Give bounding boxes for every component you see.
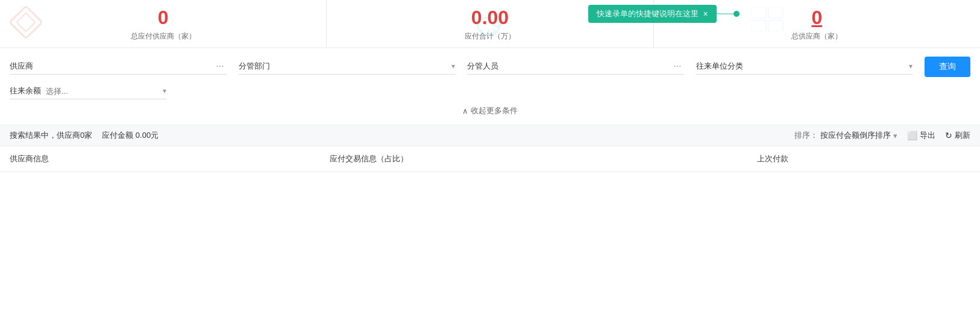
svg-rect-6 <box>768 7 783 18</box>
stat-left-number: 0 <box>158 6 169 29</box>
stats-bar: 0 总应付供应商（家） 0.00 应付合计（万） 快速录单的快捷键说明在这里 × <box>0 0 980 48</box>
tooltip-bubble: 快速录单的快捷键说明在这里 × <box>588 5 717 23</box>
stat-total-payable-suppliers: 0 总应付供应商（家） <box>0 0 327 48</box>
results-amount: 应付金额 0.00元 <box>102 130 159 141</box>
svg-rect-7 <box>752 20 766 31</box>
piggy-icon <box>472 5 508 43</box>
grid-icon <box>752 7 785 33</box>
tooltip-dot <box>733 11 740 17</box>
refresh-icon: ↻ <box>945 131 952 140</box>
supplier-dots-icon[interactable]: ··· <box>213 61 226 72</box>
category-input[interactable] <box>748 61 909 70</box>
supplier-input[interactable] <box>39 61 213 70</box>
table-header: 供应商信息 应付交易信息（占比） 上次付款 <box>0 146 980 172</box>
results-actions: 排序： 按应付会额倒序排序 ▾ ⬜ 导出 ↻ 刷新 <box>794 130 970 141</box>
export-button[interactable]: ⬜ 导出 <box>907 130 935 141</box>
col-payment-header: 上次付款 <box>757 153 970 164</box>
stat-left-label: 总应付供应商（家） <box>131 31 196 42</box>
filter-row-1: 供应商 ··· 分管部门 ▾ 分管人员 ··· 往来单位分类 ▾ 查询 <box>10 55 970 77</box>
balance-label: 往来余额 <box>10 85 41 96</box>
sort-prefix: 排序： <box>794 130 818 141</box>
person-input[interactable] <box>503 61 671 70</box>
filter-person: 分管人员 ··· <box>467 58 684 75</box>
filter-supplier: 供应商 ··· <box>10 58 227 75</box>
col-supplier-header: 供应商信息 <box>10 153 330 164</box>
collapse-label: 收起更多条件 <box>471 105 518 116</box>
diamond-icon <box>10 6 42 40</box>
sort-control[interactable]: 排序： 按应付会额倒序排序 ▾ <box>794 130 897 141</box>
person-label: 分管人员 <box>467 61 498 72</box>
svg-rect-5 <box>752 7 766 18</box>
table-body <box>0 172 980 310</box>
tooltip-text: 快速录单的快捷键说明在这里 <box>597 8 699 19</box>
filter-balance: 往来余额 ▾ <box>10 83 166 99</box>
balance-arrow-icon[interactable]: ▾ <box>163 87 166 95</box>
category-arrow-icon[interactable]: ▾ <box>909 62 912 70</box>
filter-row-2: 往来余额 ▾ <box>10 83 970 99</box>
filter-category: 往来单位分类 ▾ <box>696 58 913 75</box>
department-arrow-icon[interactable]: ▾ <box>451 62 455 70</box>
filter-section: 供应商 ··· 分管部门 ▾ 分管人员 ··· 往来单位分类 ▾ 查询 往来余额 <box>0 48 980 125</box>
collapse-button[interactable]: ∧ 收起更多条件 <box>462 105 518 116</box>
query-button[interactable]: 查询 <box>925 57 970 77</box>
col-transaction-header: 应付交易信息（占比） <box>330 153 756 164</box>
refresh-label: 刷新 <box>955 130 970 141</box>
person-dots-icon[interactable]: ··· <box>671 61 683 72</box>
department-input[interactable] <box>275 61 452 70</box>
results-summary: 搜索结果中，供应商0家 应付金额 0.00元 <box>10 130 159 141</box>
sort-value[interactable]: 按应付会额倒序排序 <box>820 130 891 141</box>
filter-department: 分管部门 ▾ <box>239 58 456 75</box>
results-bar: 搜索结果中，供应商0家 应付金额 0.00元 排序： 按应付会额倒序排序 ▾ ⬜… <box>0 125 980 146</box>
tooltip-close-button[interactable]: × <box>703 10 708 18</box>
export-icon: ⬜ <box>907 131 917 140</box>
collapse-arrow-icon: ∧ <box>462 107 468 116</box>
sort-arrow-icon: ▾ <box>893 131 897 140</box>
supplier-label: 供应商 <box>10 61 34 72</box>
department-label: 分管部门 <box>239 61 270 72</box>
stat-right-number: 0 <box>811 6 822 29</box>
balance-input[interactable] <box>46 87 163 96</box>
svg-rect-1 <box>16 13 35 31</box>
results-count: 搜索结果中，供应商0家 <box>10 130 92 141</box>
svg-rect-0 <box>10 6 42 39</box>
svg-rect-8 <box>768 20 783 31</box>
export-label: 导出 <box>920 130 935 141</box>
category-label: 往来单位分类 <box>696 61 743 72</box>
svg-point-4 <box>485 23 487 25</box>
refresh-button[interactable]: ↻ 刷新 <box>945 130 970 141</box>
stat-right-label: 总供应商（家） <box>791 31 842 42</box>
